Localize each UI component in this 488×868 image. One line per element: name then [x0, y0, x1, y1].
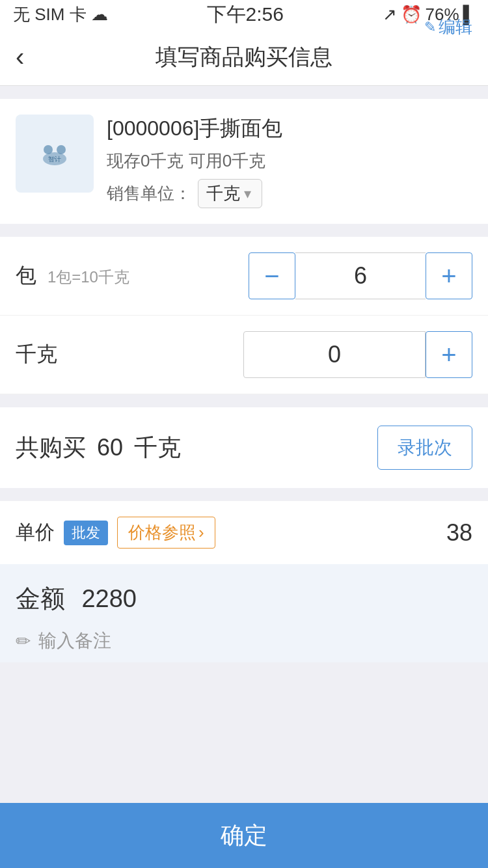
edit-icon: ✎	[424, 19, 436, 36]
product-name: [0000006]手撕面包	[107, 115, 472, 143]
price-left: 单价 批发 价格参照 ›	[16, 517, 215, 549]
bao-qty-input[interactable]	[295, 252, 426, 299]
unit-dropdown-icon: ▾	[244, 185, 251, 202]
location-icon: ↗	[383, 5, 397, 25]
bao-increment-button[interactable]: +	[426, 252, 472, 299]
confirm-bar[interactable]: 确定	[0, 803, 488, 868]
separator-3	[0, 488, 488, 501]
bao-decrement-button[interactable]: −	[249, 252, 295, 299]
kg-qty-control: +	[243, 331, 472, 378]
bao-qty-control: − +	[249, 252, 472, 299]
product-logo-icon: 智计	[35, 134, 74, 173]
price-section: 单价 批发 价格参照 › 38	[0, 501, 488, 564]
bao-input-row: 包 1包=10千克 − +	[0, 237, 488, 316]
product-stock: 现存0千克 可用0千克	[107, 150, 472, 172]
page-title: 填写商品购买信息	[156, 42, 332, 72]
separator-1	[0, 224, 488, 237]
status-bar-left: 无 SIM 卡 ☁	[13, 3, 108, 26]
confirm-button-label: 确定	[221, 820, 267, 852]
unit-selector[interactable]: 千克 ▾	[198, 179, 262, 208]
batch-button[interactable]: 录批次	[377, 426, 472, 470]
back-button[interactable]: ‹	[16, 42, 24, 72]
unit-value: 千克	[206, 182, 240, 205]
product-info: [0000006]手撕面包 现存0千克 可用0千克 销售单位： 千克 ▾	[107, 115, 472, 208]
amount-label: 金额	[16, 585, 65, 612]
amount-section: 金额 2280 ✏ 输入备注	[0, 564, 488, 662]
price-value: 38	[446, 519, 472, 547]
status-bar: 无 SIM 卡 ☁ 下午2:56 ↗ ⏰ 76% ▌	[0, 0, 488, 29]
kg-qty-input[interactable]	[243, 331, 426, 378]
amount-row: 金额 2280	[16, 582, 472, 616]
remark-icon: ✏	[16, 631, 31, 652]
separator-2	[0, 394, 488, 407]
remark-row[interactable]: ✏ 输入备注	[16, 629, 472, 653]
svg-text:智计: 智计	[48, 156, 61, 163]
kg-input-row: 千克 +	[0, 316, 488, 394]
bao-input-section: 包 1包=10千克 − + 千克 +	[0, 237, 488, 394]
amount-value: 2280	[81, 585, 137, 612]
kg-increment-button[interactable]: +	[426, 331, 472, 378]
total-unit: 千克	[134, 434, 181, 461]
total-row: 共购买 60 千克 录批次	[0, 407, 488, 488]
price-tag: 批发	[64, 521, 108, 545]
product-image: 智计	[16, 115, 94, 193]
price-label: 单价	[16, 519, 55, 546]
alarm-icon: ⏰	[401, 5, 422, 25]
price-ref-icon: ›	[198, 522, 204, 543]
nav-bar: ‹ 填写商品购买信息	[0, 29, 488, 86]
kg-label: 千克	[16, 340, 243, 369]
status-bar-time: 下午2:56	[207, 1, 284, 28]
total-text: 共购买 60 千克	[16, 432, 181, 464]
edit-label: 编辑	[439, 16, 472, 38]
price-ref-label: 价格参照	[128, 521, 196, 544]
batch-button-label: 录批次	[398, 437, 452, 457]
back-icon: ‹	[16, 42, 24, 71]
total-prefix: 共购买	[16, 434, 86, 461]
remark-placeholder: 输入备注	[38, 629, 111, 653]
bao-sublabel: 1包=10千克	[47, 268, 129, 286]
unit-label: 销售单位：	[107, 182, 191, 205]
bao-label: 包 1包=10千克	[16, 262, 249, 290]
edit-button[interactable]: ✎ 编辑	[424, 16, 472, 38]
sim-status: 无 SIM 卡 ☁	[13, 3, 108, 26]
total-value: 60	[97, 434, 123, 461]
price-ref-button[interactable]: 价格参照 ›	[117, 517, 215, 549]
product-card: 智计 [0000006]手撕面包 现存0千克 可用0千克 销售单位： 千克 ▾ …	[0, 99, 488, 224]
product-unit: 销售单位： 千克 ▾	[107, 179, 472, 208]
